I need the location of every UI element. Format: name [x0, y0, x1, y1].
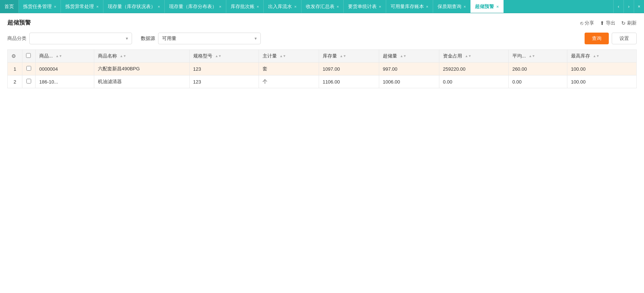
cell-unit: 个 [259, 75, 319, 88]
category-filter-group: 商品分类 ▾ [7, 33, 132, 44]
cell-spec: 123 [189, 63, 259, 75]
close-icon[interactable]: × [219, 4, 221, 9]
close-icon[interactable]: × [257, 4, 259, 9]
share-icon: ⎋ [580, 20, 583, 26]
row-number: 1 [8, 63, 22, 75]
table-row: 1 0000004 六配套新昌490BPG 123 套 1097.00 997.… [8, 63, 637, 75]
nav-item-shelf-life[interactable]: 保质期查询 × [433, 0, 471, 13]
nav-item-abnormal[interactable]: 拣货异常处理 × [61, 0, 103, 13]
row-checkbox-cell[interactable] [22, 75, 36, 88]
row-checkbox[interactable] [26, 66, 31, 71]
cell-product-code: 0000004 [36, 63, 94, 75]
settings-button[interactable]: 设置 [612, 33, 637, 44]
sort-arrows-icon[interactable]: ▲▼ [215, 55, 222, 58]
nav-item-flow[interactable]: 出入库流水 × [264, 0, 301, 13]
page-content: 超储预警 ⎋ 分享 ⬆ 导出 ↻ 刷新 商品分类 ▾ 数据源 [0, 13, 644, 94]
column-spec[interactable]: 规格型号 ▲▼ [189, 50, 259, 63]
nav-arrow-more[interactable]: × [634, 0, 644, 13]
row-checkbox-cell[interactable] [22, 63, 36, 75]
sort-arrows-icon[interactable]: ▲▼ [55, 55, 62, 58]
cell-product-name: 六配套新昌490BPG [94, 63, 189, 75]
export-icon: ⬆ [600, 20, 604, 26]
datasource-label-text: 数据源 [141, 36, 155, 41]
table-header-row: ⚙ 商品... ▲▼ 商品名称 ▲▼ 规格型号 ▲▼ 主计 [8, 50, 637, 63]
row-number: 2 [8, 75, 22, 88]
nav-item-order-stats[interactable]: 要货单统计表 × [344, 0, 386, 13]
nav-arrow-left[interactable]: ‹ [613, 0, 623, 13]
column-product-name[interactable]: 商品名称 ▲▼ [94, 50, 189, 63]
column-avg[interactable]: 平均... ▲▼ [508, 50, 567, 63]
close-icon[interactable]: × [294, 4, 296, 9]
close-icon[interactable]: × [158, 4, 160, 9]
cell-product-code: 186-10... [36, 75, 94, 88]
nav-arrows: ‹ › × [613, 0, 644, 13]
select-all-checkbox[interactable] [26, 53, 31, 58]
cell-avg: 0.00 [508, 75, 567, 88]
column-checkbox[interactable] [22, 50, 36, 63]
nav-item-batch[interactable]: 库存批次账 × [226, 0, 264, 13]
datasource-label: 数据源 [141, 35, 155, 42]
refresh-button[interactable]: ↻ 刷新 [621, 20, 637, 26]
column-max-stock[interactable]: 最高库存 ▲▼ [567, 50, 636, 63]
datasource-select-value: 可用量 [162, 35, 176, 42]
share-button[interactable]: ⎋ 分享 [580, 20, 594, 26]
gear-icon[interactable]: ⚙ [11, 53, 16, 59]
cell-max-stock: 100.00 [567, 63, 636, 75]
table-row: 2 186-10... 机油滤清器 123 个 1106.00 1006.00 … [8, 75, 637, 88]
query-button[interactable]: 查询 [585, 33, 609, 44]
cell-over-stock: 1006.00 [379, 75, 439, 88]
column-capital[interactable]: 资金占用 ▲▼ [439, 50, 508, 63]
data-table: ⚙ 商品... ▲▼ 商品名称 ▲▼ 规格型号 ▲▼ 主计 [7, 49, 637, 88]
nav-item-summary[interactable]: 收发存汇总表 × [301, 0, 344, 13]
cell-capital: 0.00 [439, 75, 508, 88]
header-actions: ⎋ 分享 ⬆ 导出 ↻ 刷新 [580, 20, 637, 26]
nav-item-stock-status[interactable]: 现存量（库存状况表） × [103, 0, 165, 13]
nav-arrow-right[interactable]: › [623, 0, 634, 13]
refresh-icon: ↻ [621, 20, 626, 26]
cell-avg: 260.00 [508, 63, 567, 75]
filter-actions: 查询 设置 [585, 33, 637, 44]
column-unit[interactable]: 主计量 ▲▼ [259, 50, 319, 63]
sort-arrows-icon[interactable]: ▲▼ [400, 55, 406, 58]
column-gear[interactable]: ⚙ [8, 50, 22, 63]
sort-arrows-icon[interactable]: ▲▼ [120, 55, 127, 58]
chevron-down-icon: ▾ [126, 36, 128, 41]
column-product-code[interactable]: 商品... ▲▼ [36, 50, 94, 63]
category-label: 商品分类 [7, 35, 26, 42]
filter-row: 商品分类 ▾ 数据源 可用量 ▾ 查询 设置 [7, 33, 637, 44]
page-title: 超储预警 [7, 19, 31, 27]
cell-stock: 1097.00 [319, 63, 379, 75]
close-icon[interactable]: × [54, 4, 56, 9]
sort-arrows-icon[interactable]: ▲▼ [528, 55, 535, 58]
export-button[interactable]: ⬆ 导出 [600, 20, 615, 26]
sort-arrows-icon[interactable]: ▲▼ [279, 55, 286, 58]
table-body: 1 0000004 六配套新昌490BPG 123 套 1097.00 997.… [8, 63, 637, 88]
close-icon[interactable]: × [426, 4, 428, 9]
close-icon[interactable]: × [96, 4, 98, 9]
nav-item-task-mgmt[interactable]: 拣货任务管理 × [19, 0, 61, 13]
sort-arrows-icon[interactable]: ▲▼ [593, 55, 599, 58]
datasource-select[interactable]: 可用量 ▾ [158, 33, 261, 44]
cell-unit: 套 [259, 63, 319, 75]
sort-arrows-icon[interactable]: ▲▼ [465, 55, 471, 58]
chevron-down-icon: ▾ [255, 36, 257, 41]
cell-max-stock: 100.00 [567, 75, 636, 88]
column-stock[interactable]: 库存量 ▲▼ [319, 50, 379, 63]
datasource-filter-group: 数据源 可用量 ▾ [141, 33, 261, 44]
nav-item-stock-dist[interactable]: 现存量（库存分布表） × [165, 0, 226, 13]
nav-item-available-stock[interactable]: 可用量库存账本 × [386, 0, 433, 13]
row-checkbox[interactable] [26, 79, 31, 84]
column-over-stock[interactable]: 超储量 ▲▼ [379, 50, 439, 63]
nav-item-home[interactable]: 首页 [0, 0, 19, 13]
nav-item-overstock[interactable]: 超储预警 × [471, 0, 503, 13]
close-icon[interactable]: × [464, 4, 466, 9]
page-header: 超储预警 ⎋ 分享 ⬆ 导出 ↻ 刷新 [7, 19, 637, 27]
close-icon[interactable]: × [379, 4, 381, 9]
close-icon[interactable]: × [337, 4, 339, 9]
category-select[interactable]: ▾ [29, 33, 132, 44]
sort-arrows-icon[interactable]: ▲▼ [340, 55, 346, 58]
cell-capital: 259220.00 [439, 63, 508, 75]
cell-stock: 1106.00 [319, 75, 379, 88]
cell-product-name: 机油滤清器 [94, 75, 189, 88]
close-icon[interactable]: × [496, 4, 498, 9]
